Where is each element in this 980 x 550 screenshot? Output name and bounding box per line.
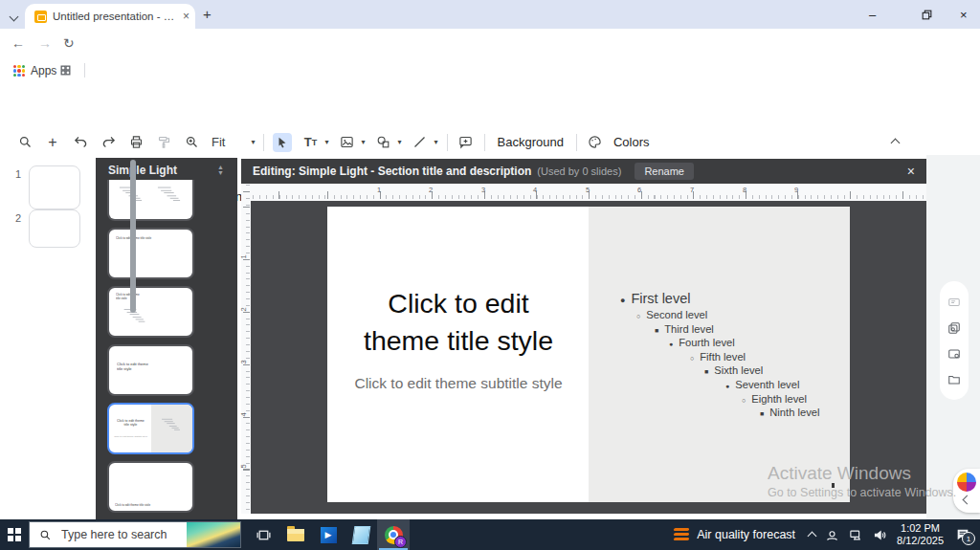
new-slide-icon[interactable]: + [43, 133, 62, 152]
action-center-button[interactable]: 1 [955, 527, 970, 542]
tray-expand-icon[interactable] [809, 530, 815, 539]
text-box-icon[interactable]: TT [301, 133, 320, 152]
window-close-button[interactable]: × [960, 8, 968, 22]
screen: Untitled presentation - Google × + – × ←… [0, 0, 980, 550]
news-status-label[interactable]: Air quality forecast [697, 528, 795, 541]
movies-tv-button[interactable]: ▶ [312, 519, 345, 550]
slide-filmstrip: 1 2 [0, 155, 96, 519]
task-view-button[interactable] [247, 519, 279, 550]
reload-icon[interactable]: ↻ [63, 35, 75, 51]
mail-app-icon [351, 526, 370, 544]
close-theme-editor-icon[interactable]: × [907, 164, 915, 179]
network-icon[interactable] [849, 528, 863, 542]
text-dropdown-icon[interactable]: ▾ [324, 138, 328, 146]
air-quality-icon[interactable] [674, 528, 689, 541]
tab-close-icon[interactable]: × [183, 10, 189, 23]
apps-grid-icon[interactable] [13, 65, 25, 77]
mail-app-button[interactable] [345, 519, 377, 550]
new-tab-button[interactable]: + [203, 6, 212, 22]
layout-thumbnail-section-title[interactable]: Click to edit theme title style [107, 344, 194, 396]
window-restore-button[interactable] [921, 9, 933, 21]
theme-title-placeholder[interactable]: Click to edit theme title style [346, 285, 570, 360]
slide-number: 1 [15, 168, 21, 180]
slide-canvas: Click to edit theme title style Click to… [251, 201, 926, 514]
layout-thumbnail-section-title-description[interactable]: Click to edit theme title style Click to… [107, 403, 194, 454]
search-icon [39, 529, 52, 541]
redo-icon[interactable] [99, 133, 118, 152]
slide-thumbnail-2[interactable] [29, 209, 80, 248]
layout-thumbnail-caption[interactable]: Click to edit theme title style [107, 461, 194, 513]
search-menus-icon[interactable] [15, 133, 34, 152]
line-dropdown-icon[interactable]: ▾ [434, 138, 438, 146]
shape-dropdown-icon[interactable]: ▾ [398, 138, 402, 146]
bullet-level-9: ■Ninth level [620, 407, 819, 421]
layout-thumbnail-title-only[interactable]: Click to edit theme title style [107, 228, 194, 279]
tab-title: Untitled presentation - Google [53, 11, 179, 22]
browser-toolbar: ← → ↻ docs.google.com/presentation/d/1vL… [0, 29, 980, 59]
insert-comment-icon[interactable] [457, 133, 476, 152]
bullet-level-8: ○Eighth level [620, 393, 819, 407]
bullet-level-7: ●Seventh level [620, 379, 819, 393]
notification-badge: 1 [962, 532, 975, 545]
text-cursor [832, 483, 835, 488]
slide-editor[interactable]: Click to edit theme title style Click to… [327, 207, 850, 502]
people-meet-icon[interactable] [825, 528, 839, 542]
right-side-strip [926, 155, 980, 519]
search-highlight-image[interactable] [187, 522, 240, 547]
theme-subtitle-placeholder[interactable]: Click to edit theme subtitle style [341, 375, 576, 392]
theme-sort-icon[interactable]: ▲▼ [217, 165, 224, 176]
contacts-card-icon[interactable] [947, 296, 961, 309]
colors-button[interactable]: Colors [610, 135, 654, 149]
theme-panel-scrollbar[interactable] [130, 160, 136, 313]
volume-icon[interactable] [873, 528, 887, 542]
windows-logo-icon [8, 528, 21, 541]
undo-icon[interactable] [71, 133, 90, 152]
theme-colors-icon[interactable] [586, 133, 605, 152]
used-by-label: (Used by 0 slides) [537, 165, 621, 177]
folder-icon[interactable] [947, 373, 961, 386]
fit-dropdown-icon[interactable]: ▾ [251, 138, 255, 146]
file-explorer-button[interactable] [279, 519, 312, 550]
rename-button[interactable]: Rename [635, 163, 694, 180]
slide-thumbnail-1[interactable] [29, 165, 80, 209]
background-button[interactable]: Background [494, 135, 568, 149]
file-explorer-icon [287, 529, 304, 541]
date: 8/12/2025 [897, 535, 944, 546]
taskbar-search[interactable] [29, 521, 241, 548]
image-badge-icon[interactable] [947, 347, 961, 361]
print-icon[interactable] [126, 133, 145, 152]
bullet-level-4: ●Fourth level [620, 337, 819, 351]
extension-icon[interactable] [957, 473, 976, 492]
fit-zoom-select[interactable]: Fit [212, 135, 225, 149]
image-dropdown-icon[interactable]: ▾ [361, 138, 365, 146]
insert-line-icon[interactable] [411, 133, 430, 152]
search-input[interactable] [59, 527, 188, 542]
chrome-button[interactable]: R [377, 519, 410, 550]
bookmark-apps[interactable]: Apps [31, 64, 56, 77]
layout-thumbnail-title-body[interactable]: Click to edit theme title style [107, 286, 194, 338]
back-icon[interactable]: ← [11, 35, 25, 51]
select-tool-icon[interactable] [273, 133, 292, 152]
insert-image-icon[interactable] [337, 133, 356, 152]
insert-shape-icon[interactable] [374, 133, 393, 152]
toolbar-divider [447, 134, 448, 151]
editing-label: Editing: Simple Light - Section title an… [253, 165, 531, 178]
photos-stack-icon[interactable] [947, 321, 961, 335]
collapse-extension-icon[interactable] [964, 495, 970, 505]
layout-thumbnail-cascade2col[interactable] [107, 180, 194, 221]
bullet-level-5: ○Fifth level [620, 351, 819, 365]
zoom-icon[interactable] [182, 133, 201, 152]
collapse-toolbar-icon[interactable] [892, 133, 899, 150]
forward-icon[interactable]: → [38, 35, 52, 51]
slide-number: 2 [15, 212, 21, 224]
bookmark-grid-icon[interactable] [59, 64, 72, 77]
browser-tab[interactable]: Untitled presentation - Google × [25, 4, 195, 29]
toolbar-divider [263, 134, 264, 151]
bookmarks-divider [84, 63, 85, 77]
window-minimize-button[interactable]: – [869, 8, 876, 22]
theme-body-placeholder[interactable]: ●First level ○Second level ■Third level … [620, 291, 819, 421]
taskbar-clock[interactable]: 1:02 PM 8/12/2025 [897, 522, 944, 547]
tab-search-icon[interactable] [6, 7, 23, 22]
start-button[interactable] [0, 519, 29, 550]
extension-float-button[interactable] [953, 469, 980, 513]
